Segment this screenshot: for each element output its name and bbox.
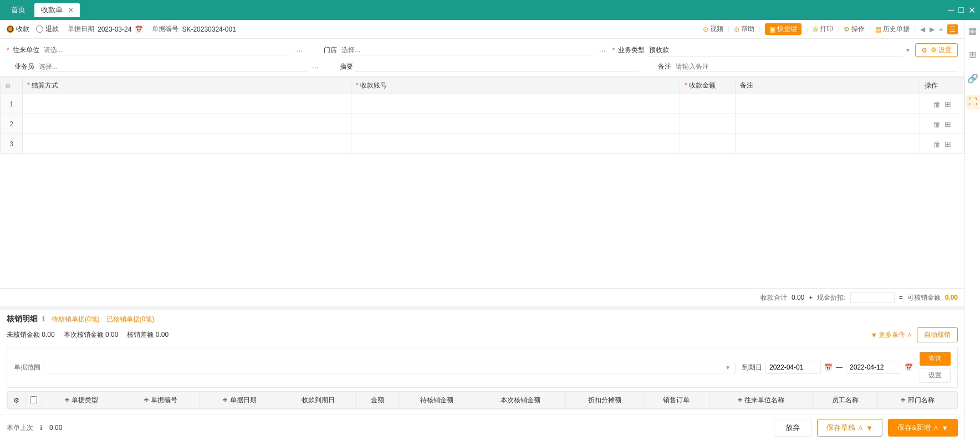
pending-verify-tab[interactable]: 待核销单据(0笔) xyxy=(52,315,100,324)
verify-title: 核销明细 ℹ xyxy=(7,314,45,324)
auto-verify-button[interactable]: 自动核销 xyxy=(917,327,958,342)
verify-table: ⚙ ≑ 单据类型 ≑ 单据编号 ≑ xyxy=(7,392,957,409)
receipt-table: ⚙ * 结算方式 * 收款账号 * 收款金额 xyxy=(0,77,964,154)
table-gear-icon[interactable]: ⚙ xyxy=(5,82,11,90)
refund-radio[interactable]: 退款 xyxy=(36,24,59,34)
close-tab-icon[interactable]: ✕ xyxy=(68,7,73,13)
history-action[interactable]: ▤ 历史单据 xyxy=(875,24,910,34)
table-row: 2 🗑 ⊞ xyxy=(1,114,964,134)
remark-cell-1[interactable] xyxy=(736,94,920,114)
remark-input[interactable] xyxy=(673,61,958,72)
remark-cell-2[interactable] xyxy=(736,114,920,134)
staff-more-icon[interactable]: ··· xyxy=(310,63,321,71)
range-filter-field: 单据范围 ▼ xyxy=(14,362,736,373)
remark-cell-3[interactable] xyxy=(736,134,920,154)
doc-type-col: ≑ 单据类型 xyxy=(42,392,121,409)
account-col-header: * 收款账号 xyxy=(351,78,680,94)
settlement-cell-2[interactable] xyxy=(23,114,351,134)
account-cell-1[interactable] xyxy=(351,94,680,114)
dept-col: ≑ 部门名称 xyxy=(878,392,957,409)
save-new-button[interactable]: 保存&新增 ∧ ▼ xyxy=(888,419,958,437)
delete-row-1-icon[interactable]: 🗑 xyxy=(933,100,941,109)
counterparty-more-icon[interactable]: ··· xyxy=(294,46,305,55)
range-dropdown[interactable]: ▼ xyxy=(44,362,736,373)
attach-sidebar-icon[interactable]: 🔗 xyxy=(965,71,981,86)
copy-row-2-icon[interactable]: ⊞ xyxy=(945,120,951,129)
delete-row-2-icon[interactable]: 🗑 xyxy=(933,120,941,129)
amount-cell-1[interactable] xyxy=(680,94,736,114)
amount-cell-3[interactable] xyxy=(680,134,736,154)
close-window-icon[interactable]: ✕ xyxy=(968,5,976,16)
discount-input[interactable] xyxy=(850,292,895,303)
video-icon: ⊙ xyxy=(703,25,708,33)
table-sidebar-icon[interactable]: ▦ xyxy=(966,23,979,38)
verify-gear-col[interactable]: ⚙ xyxy=(8,392,25,409)
more-conditions-btn[interactable]: ▼ 更多条件 ∧ xyxy=(871,330,912,340)
window-controls: ─ □ ✕ xyxy=(948,5,976,16)
verify-section: 核销明细 ℹ 待核销单据(0笔) 已核销单据(0笔) 未核销金额 0.00 本次… xyxy=(0,310,964,414)
abandon-button[interactable]: 放弃 xyxy=(774,419,811,437)
staff-input[interactable] xyxy=(37,61,308,72)
account-cell-3[interactable] xyxy=(351,134,680,154)
current-info-icon[interactable]: ℹ xyxy=(40,424,43,432)
expand-sidebar-icon[interactable]: ⛶ xyxy=(966,95,979,109)
calendar-from-icon[interactable]: 📅 xyxy=(824,363,833,371)
summary-input[interactable] xyxy=(355,61,640,72)
save-draft-arrow-icon: ▼ xyxy=(866,424,873,432)
shortcut-action[interactable]: ▣ 快捷键 xyxy=(765,23,802,35)
counterparty-col: ≑ 往来单位名称 xyxy=(709,392,812,409)
amount-cell-2[interactable] xyxy=(680,114,736,134)
toolbar: 收款 退款 单据日期 2023-03-24 📅 单据编号 SK-20230324… xyxy=(0,20,964,39)
business-type-value: 预收款 xyxy=(647,44,903,57)
copy-sidebar-icon[interactable]: ⊞ xyxy=(967,47,978,62)
store-input[interactable] xyxy=(339,45,595,55)
history-icon: ▤ xyxy=(875,25,881,33)
layout-icon-2[interactable]: ☰ xyxy=(947,24,958,34)
right-sidebar: ▦ ⊞ 🔗 ⛶ xyxy=(964,20,980,441)
current-value: 0.00 xyxy=(49,424,62,432)
remark-field: 备注 xyxy=(644,61,958,72)
form-row-1: * 往来单位 ··· 门店 ··· * 业务类型 预收款 ▼ ⚙ xyxy=(7,43,958,57)
layout-icon-1[interactable]: ≡ xyxy=(939,25,943,33)
copy-row-1-icon[interactable]: ⊞ xyxy=(945,100,951,109)
copy-row-3-icon[interactable]: ⊞ xyxy=(945,140,951,148)
date-to-input[interactable] xyxy=(846,361,901,374)
settlement-cell-3[interactable] xyxy=(23,134,351,154)
account-cell-2[interactable] xyxy=(351,114,680,134)
receipt-radio[interactable]: 收款 xyxy=(7,24,29,34)
staff-field: 业务员 ··· xyxy=(7,61,321,72)
current-verify-stat: 本次核销金额 0.00 xyxy=(64,330,119,340)
calendar-to-icon[interactable]: 📅 xyxy=(905,363,913,371)
save-draft-button[interactable]: 保存草稿 ∧ ▼ xyxy=(817,419,882,437)
minimize-icon[interactable]: ─ xyxy=(948,5,954,15)
nav-tab-receipt[interactable]: 收款单 ✕ xyxy=(34,3,80,17)
receipt-type-group: 收款 退款 xyxy=(7,24,59,34)
date-range-filter: 到期日 📅 — 📅 xyxy=(742,361,913,374)
nav-right-icon[interactable]: ▶ xyxy=(930,25,935,33)
settings-button[interactable]: ⚙ ⚙ 设置 xyxy=(915,43,958,57)
print-action[interactable]: ✇ 打印 xyxy=(813,24,833,34)
filter-row: 单据范围 ▼ 到期日 📅 — 📅 查询 设置 xyxy=(7,347,958,388)
operation-action[interactable]: ⚙ 操作 xyxy=(844,24,865,34)
verify-info-icon[interactable]: ℹ xyxy=(42,315,45,323)
toolbar-actions: ⊙ 视频 | ⊙ 帮助 | ▣ 快捷键 | ✇ 打印 | xyxy=(703,23,958,35)
delete-row-3-icon[interactable]: 🗑 xyxy=(933,140,941,148)
nav-left-icon[interactable]: ◀ xyxy=(920,25,925,33)
maximize-icon[interactable]: □ xyxy=(958,5,964,15)
filter-settings-button[interactable]: 设置 xyxy=(920,368,951,383)
counterparty-input[interactable] xyxy=(42,45,292,55)
completed-verify-tab[interactable]: 已核销单据(0笔) xyxy=(106,315,155,324)
help-action[interactable]: ⊙ 帮助 xyxy=(734,24,754,34)
calendar-icon[interactable]: 📅 xyxy=(135,25,143,33)
business-type-dropdown-icon[interactable]: ▼ xyxy=(905,47,911,53)
query-button[interactable]: 查询 xyxy=(920,352,951,366)
store-more-icon[interactable]: ··· xyxy=(597,46,608,55)
select-all-checkbox[interactable] xyxy=(30,396,37,403)
table-row: 1 🗑 ⊞ xyxy=(1,94,964,114)
sales-order-col: 销售订单 xyxy=(644,392,709,409)
settlement-cell-1[interactable] xyxy=(23,94,351,114)
nav-tab-home[interactable]: 首页 xyxy=(4,3,32,17)
date-from-input[interactable] xyxy=(765,361,821,374)
bottom-bar-right: 放弃 保存草稿 ∧ ▼ 保存&新增 ∧ ▼ xyxy=(774,419,958,437)
video-action[interactable]: ⊙ 视频 xyxy=(703,24,723,34)
